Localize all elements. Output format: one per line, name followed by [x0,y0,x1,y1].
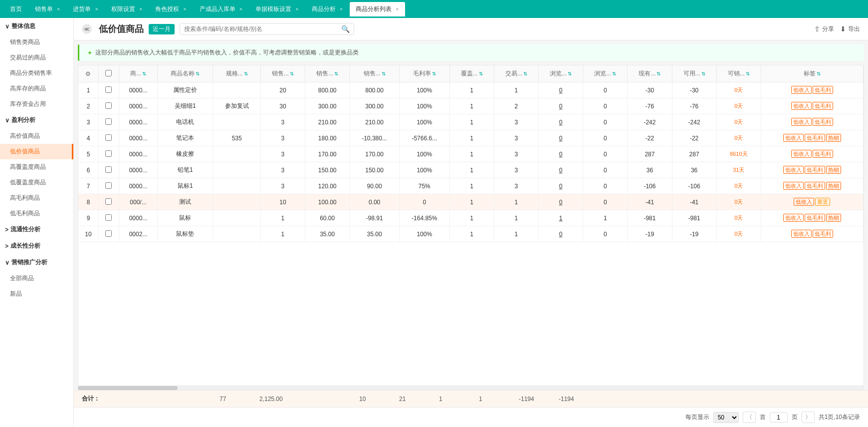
table-row[interactable]: 1 0000... 属性定价 20 800.00 800.00 100% 1 1… [78,82,864,98]
sidebar-item-stock-capital[interactable]: 库存资金占用 [0,96,73,112]
table-row[interactable]: 9 0000... 鼠标 1 60.00 -98.91 -164.85% 1 1… [78,210,864,226]
row-check[interactable] [98,226,119,242]
close-finished-icon[interactable]: × [239,6,242,12]
col-code-header[interactable]: 商...⇅ [119,65,158,82]
select-all-checkbox[interactable] [105,70,112,76]
table-row[interactable]: 4 0000... 笔记本 535 3 180.00 -10,380... -5… [78,130,864,146]
close-purchase-icon[interactable]: × [95,6,98,12]
row-checkbox[interactable] [105,150,112,157]
row-browse1[interactable]: 1 [538,210,583,226]
row-checkbox[interactable] [105,230,112,237]
nav-finished-goods[interactable]: 产成品入库单 × [194,2,248,16]
time-range-tag[interactable]: 近一月 [149,24,175,34]
page-number-input[interactable] [770,413,788,423]
col-browse1-header[interactable]: 浏览...⇅ [538,65,583,82]
sidebar-item-all-products[interactable]: 全部商品 [0,271,73,286]
row-check[interactable] [98,98,119,114]
row-check[interactable] [98,194,119,210]
col-trade-header[interactable]: 交易...⇅ [494,65,538,82]
row-browse1[interactable]: 0 [538,98,583,114]
table-row[interactable]: 6 0000... 铅笔1 3 150.00 150.00 100% 1 3 0… [78,162,864,178]
close-permissions-icon[interactable]: × [139,6,142,12]
sidebar-item-high-stock[interactable]: 高库存的商品 [0,81,73,96]
sidebar-item-sales-products[interactable]: 销售类商品 [0,34,73,50]
row-check[interactable] [98,178,119,194]
col-margin-header[interactable]: 毛利率⇅ [399,65,449,82]
col-coverage-header[interactable]: 覆盖...⇅ [449,65,494,82]
next-page-btn[interactable]: 〉 [802,412,815,423]
sidebar-item-high-value[interactable]: 高价值商品 [0,128,73,144]
nav-product-analysis-list[interactable]: 商品分析列表 × [350,2,405,16]
row-checkbox[interactable] [105,118,112,125]
table-row[interactable]: 5 0000... 橡皮擦 3 170.00 170.00 100% 1 3 0… [78,146,864,162]
nav-sales[interactable]: 销售单 × [29,2,66,16]
export-button[interactable]: ⬇ 导出 [840,25,860,33]
row-checkbox[interactable] [105,182,112,189]
sidebar-item-category-sales-rate[interactable]: 商品分类销售率 [0,65,73,81]
row-checkbox[interactable] [105,134,112,141]
row-browse1[interactable]: 0 [538,226,583,242]
sidebar-item-low-coverage[interactable]: 低覆盖度商品 [0,175,73,190]
nav-home[interactable]: 首页 [4,2,28,16]
sidebar-item-low-margin[interactable]: 低毛利商品 [0,206,73,221]
col-sellable-header[interactable]: 可销...⇅ [716,65,761,82]
share-button[interactable]: ⇧ 分享 [814,25,834,33]
close-sales-icon[interactable]: × [57,6,60,12]
per-page-select[interactable]: 50 100 200 [713,412,739,423]
row-checkbox[interactable] [105,86,112,93]
row-browse1[interactable]: 0 [538,114,583,130]
row-checkbox[interactable] [105,214,112,221]
sidebar-item-high-coverage[interactable]: 高覆盖度商品 [0,159,73,175]
sidebar-group-marketing[interactable]: ∨ 营销推广分析 [0,254,73,271]
horizontal-scrollbar[interactable] [78,386,864,390]
nav-permissions[interactable]: 权限设置 × [105,2,148,16]
table-row[interactable]: 2 0000... 吴细细1 参加复试 30 300.00 300.00 100… [78,98,864,114]
col-browse2-header[interactable]: 浏览...⇅ [583,65,628,82]
row-check[interactable] [98,114,119,130]
nav-roles[interactable]: 角色授权 × [149,2,192,16]
col-check-header[interactable] [98,65,119,82]
sidebar-collapse-btn[interactable]: ≪ [82,24,92,34]
row-check[interactable] [98,130,119,146]
row-check[interactable] [98,82,119,98]
close-roles-icon[interactable]: × [183,6,186,12]
row-browse1[interactable]: 0 [538,130,583,146]
sidebar-group-growth[interactable]: > 成长性分析 [0,238,73,254]
row-browse1[interactable]: 0 [538,162,583,178]
col-sale2-header[interactable]: 销售...⇅ [305,65,350,82]
sidebar-item-new-products[interactable]: 新品 [0,286,73,302]
sidebar-group-overview[interactable]: ∨ 整体信息 [0,18,73,34]
first-page-btn[interactable]: 〈 [743,412,756,423]
table-row[interactable]: 3 0000... 电话机 3 210.00 210.00 100% 1 3 0… [78,114,864,130]
sidebar-item-high-margin[interactable]: 高毛利商品 [0,190,73,206]
row-browse1[interactable]: 0 [538,82,583,98]
row-check[interactable] [98,162,119,178]
close-list-icon[interactable]: × [396,6,399,12]
row-checkbox[interactable] [105,198,112,205]
nav-template[interactable]: 单据模板设置 × [249,2,304,16]
row-browse1[interactable]: 0 [538,146,583,162]
scrollbar-thumb[interactable] [78,386,178,390]
sidebar-group-liquidity[interactable]: > 流通性分析 [0,221,73,238]
row-checkbox[interactable] [105,166,112,173]
sidebar-group-profit[interactable]: ∨ 盈利分析 [0,112,73,128]
row-browse1[interactable]: 0 [538,194,583,210]
table-row[interactable]: 8 000/... 测试 10 100.00 0.00 0 1 1 0 0 -4… [78,194,864,210]
search-icon[interactable]: 🔍 [341,25,350,33]
close-analysis-icon[interactable]: × [340,6,343,12]
nav-product-analysis[interactable]: 商品分析 × [306,2,349,16]
col-sale3-header[interactable]: 销售...⇅ [350,65,400,82]
row-browse1[interactable]: 0 [538,178,583,194]
col-tags-header[interactable]: 标签⇅ [761,65,863,82]
table-row[interactable]: 10 0002... 鼠标垫 1 35.00 35.00 100% 1 1 0 … [78,226,864,242]
row-check[interactable] [98,210,119,226]
nav-purchase[interactable]: 进货单 × [67,2,104,16]
close-template-icon[interactable]: × [295,6,298,12]
col-stock-header[interactable]: 现有...⇅ [628,65,672,82]
search-input[interactable] [184,25,339,32]
col-settings[interactable]: ⚙ [78,65,98,82]
sidebar-item-traded-products[interactable]: 交易过的商品 [0,50,73,65]
col-name-header[interactable]: 商品名称⇅ [158,65,213,82]
col-spec-header[interactable]: 规格...⇅ [213,65,260,82]
col-sale1-header[interactable]: 销售...⇅ [260,65,305,82]
